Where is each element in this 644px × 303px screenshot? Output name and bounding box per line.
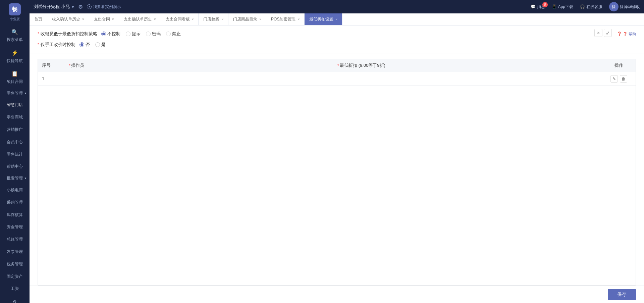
tab-close-store-product[interactable]: ×: [259, 17, 261, 21]
tabbar: 首页 收入确认单历史 × 支出合同 × 支出确认单历史 × 支出合同看板 × 门…: [30, 13, 644, 26]
edit-row-button[interactable]: ✎: [610, 75, 618, 83]
cell-discount-1: [333, 76, 602, 82]
tab-close-store-file[interactable]: ×: [221, 17, 223, 21]
sidebar-item-smart-store[interactable]: 智慧门店: [0, 99, 30, 111]
table-body: 1 ✎ 🗑: [38, 72, 636, 285]
tab-close-income-history[interactable]: ×: [82, 17, 84, 21]
radio-manual-yes-circle: [95, 42, 100, 47]
sidebar-item-help[interactable]: 帮助中心: [0, 160, 30, 173]
sidebar-item-member[interactable]: 会员中心: [0, 136, 30, 148]
radio-password[interactable]: 密码: [146, 31, 161, 37]
sidebar-item-ledger[interactable]: 总账管理: [0, 233, 30, 246]
sidebar-item-search[interactable]: 🔍 搜索菜单: [0, 25, 30, 46]
sidebar-item-online-store[interactable]: 零售商城: [0, 111, 30, 123]
topbar-right: 💬 消息 8 📱 App下载 🎧 在线客服 徐 徐泽华修改: [531, 2, 640, 11]
demo-circle-icon: ●: [87, 4, 92, 9]
user-avatar: 徐: [609, 2, 619, 11]
sidebar-item-invoice[interactable]: 发票管理: [0, 246, 30, 258]
sidebar-bottom: ⚙: [0, 295, 30, 303]
tab-payment-contract[interactable]: 支出合同 ×: [89, 13, 119, 26]
policy-radio-group: 不控制 提示 密码 禁止: [101, 31, 181, 37]
cell-operator-1: [65, 76, 333, 82]
shortcuts-icon: ⚡: [11, 49, 18, 57]
help-icon: ❓: [617, 32, 622, 36]
topbar-project-dropdown-icon: ▾: [72, 4, 74, 9]
sidebar-logo: 畅 专业版: [0, 0, 30, 25]
radio-forbid-circle: [166, 32, 171, 36]
topbar-msg-button[interactable]: 💬 消息 8: [531, 4, 545, 10]
msg-badge: 8: [542, 2, 548, 7]
topbar-demo-button[interactable]: ● 我要看实例演示: [87, 4, 121, 10]
tab-close-min-discount[interactable]: ×: [335, 17, 337, 21]
message-icon: 💬: [531, 4, 536, 9]
tab-close-pos-password[interactable]: ×: [298, 17, 300, 21]
radio-manual-no[interactable]: 否: [79, 42, 90, 48]
sidebar-item-retail[interactable]: 零售管理: [0, 88, 30, 99]
col-header-action: 操作: [602, 59, 636, 72]
sidebar-item-shortcuts[interactable]: ⚡ 快捷导航: [0, 46, 30, 67]
topbar-project[interactable]: 测试分开完程-小兄 ▾: [34, 4, 74, 10]
policy-label: 收银员低于最低折扣控制策略: [38, 31, 97, 37]
manual-label: 仅手工改价时控制: [38, 42, 75, 48]
sidebar-item-assets[interactable]: 固定资产: [0, 270, 30, 283]
tab-store-product[interactable]: 门店商品目录 ×: [228, 13, 266, 26]
sidebar-item-marketing[interactable]: 营销推广: [0, 123, 30, 136]
help-button[interactable]: ❓ ❓ 帮助: [617, 32, 636, 37]
topbar-user-button[interactable]: 徐 徐泽华修改: [609, 2, 640, 11]
sidebar-item-project[interactable]: 📋 项目合同: [0, 67, 30, 88]
radio-manual-no-circle: [79, 42, 84, 47]
topbar: 测试分开完程-小兄 ▾ ⚙ ● 我要看实例演示 💬 消息 8 📱 App下载 🎧…: [30, 0, 644, 13]
delete-row-button[interactable]: 🗑: [620, 75, 627, 83]
tab-close-payment-contract-board[interactable]: ×: [192, 17, 194, 21]
col-header-discount: * 最低折扣 (9.00等于9折): [333, 59, 602, 72]
radio-no-control-circle: [101, 32, 106, 36]
project-icon: 📋: [11, 70, 18, 78]
table-header: 序号 * 操作员 * 最低折扣 (9.00等于9折) 操作: [38, 59, 636, 72]
discount-required-star: *: [337, 63, 339, 68]
tab-store-file[interactable]: 门店档案 ×: [199, 13, 228, 26]
radio-manual-yes[interactable]: 是: [95, 42, 106, 48]
sidebar-item-retail-stat[interactable]: 零售统计: [0, 148, 30, 161]
tab-expand-button[interactable]: ⤢: [604, 29, 612, 37]
radio-password-circle: [146, 32, 151, 36]
radio-remind[interactable]: 提示: [126, 31, 141, 37]
topbar-settings-icon[interactable]: ⚙: [78, 4, 83, 10]
main-area: 测试分开完程-小兄 ▾ ⚙ ● 我要看实例演示 💬 消息 8 📱 App下载 🎧…: [30, 0, 644, 303]
sidebar-item-tax[interactable]: 税务管理: [0, 258, 30, 270]
manual-row: 仅手工改价时控制 否 是: [38, 42, 636, 48]
topbar-service-button[interactable]: 🎧 在线客服: [580, 4, 602, 10]
sidebar: 畅 专业版 🔍 搜索菜单 ⚡ 快捷导航 📋 项目合同 零售管理 智慧门店 零售商…: [0, 0, 30, 303]
sidebar-item-inventory[interactable]: 库存核算: [0, 209, 30, 221]
app-logo-icon: 畅: [9, 3, 21, 15]
tab-payment-confirm-history[interactable]: 支出确认单历史 ×: [119, 13, 161, 26]
topbar-app-button[interactable]: 📱 App下载: [552, 4, 573, 10]
app-download-icon: 📱: [552, 4, 557, 9]
service-icon: 🎧: [580, 4, 585, 9]
tab-close-payment-confirm-history[interactable]: ×: [154, 17, 156, 21]
sidebar-settings-button[interactable]: ⚙: [0, 295, 30, 303]
tab-home[interactable]: 首页: [30, 13, 47, 26]
radio-no-control[interactable]: 不控制: [101, 31, 120, 37]
page-content: 收银员低于最低折扣控制策略 不控制 提示 密码: [30, 26, 644, 303]
radio-forbid[interactable]: 禁止: [166, 31, 181, 37]
tab-min-discount[interactable]: 最低折扣设置 ×: [305, 13, 342, 26]
table-section: 序号 * 操作员 * 最低折扣 (9.00等于9折) 操作: [30, 53, 644, 286]
tab-pos-password[interactable]: POS加密管理 ×: [266, 13, 305, 26]
save-button[interactable]: 保存: [608, 289, 636, 300]
sidebar-item-salary[interactable]: 工资: [0, 283, 30, 295]
sidebar-item-wholesale[interactable]: 批发管理: [0, 173, 30, 184]
tab-payment-contract-board[interactable]: 支出合同看板 ×: [161, 13, 199, 26]
tab-income-history[interactable]: 收入确认单历史 ×: [47, 13, 89, 26]
content-area: 收银员低于最低折扣控制策略 不控制 提示 密码: [30, 26, 644, 303]
table-row: 1 ✎ 🗑: [38, 72, 636, 86]
radio-remind-circle: [126, 32, 130, 36]
tab-close-all-button[interactable]: ×: [594, 29, 602, 37]
sidebar-item-ecommerce[interactable]: 小畅电商: [0, 184, 30, 196]
sidebar-item-purchase[interactable]: 采购管理: [0, 196, 30, 209]
topbar-demo-label: 我要看实例演示: [93, 4, 121, 10]
sidebar-item-finance[interactable]: 资金管理: [0, 221, 30, 233]
footer: 保存: [30, 286, 644, 303]
manual-radio-group: 否 是: [79, 42, 106, 48]
tab-close-payment-contract[interactable]: ×: [112, 17, 114, 21]
policy-row: 收银员低于最低折扣控制策略 不控制 提示 密码: [38, 31, 636, 37]
